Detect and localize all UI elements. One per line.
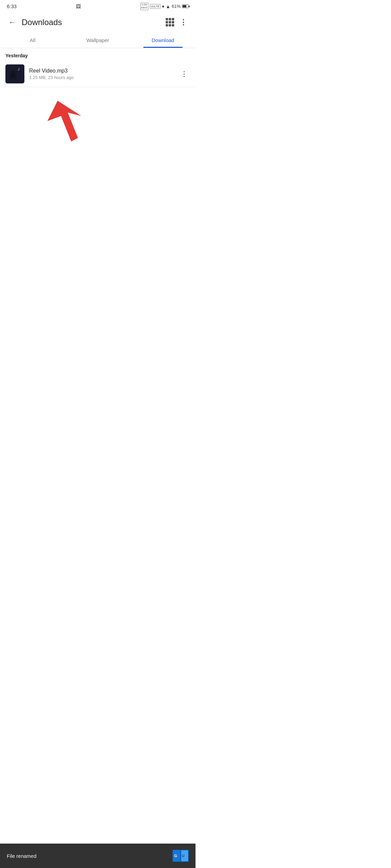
file-name: Reel Video.mp3 <box>29 68 178 74</box>
section-label-yesterday: Yesterday <box>0 48 196 61</box>
wifi-icon: ▾ <box>162 4 164 9</box>
file-item[interactable]: ♪ Reel Video.mp3 1.25 MB, 23 hours ago ⋮ <box>0 61 196 87</box>
file-thumbnail: ♪ <box>5 64 24 83</box>
svg-marker-4 <box>47 101 81 141</box>
signal-icon: ▲ <box>166 4 170 9</box>
image-notification-icon: 🖼 <box>76 4 81 9</box>
status-time: 6:33 <box>7 3 17 9</box>
back-button[interactable]: ← <box>5 16 19 29</box>
svg-rect-2 <box>11 71 15 78</box>
tab-all[interactable]: All <box>0 33 65 48</box>
battery-percent: 61% <box>172 4 181 9</box>
file-info: Reel Video.mp3 1.25 MB, 23 hours ago <box>29 68 178 80</box>
empty-content-area <box>0 148 196 352</box>
app-bar: ← Downloads ⋮ <box>0 12 196 33</box>
status-icons: 0.08 KB/S VoLTE ▾ ▲ 61% <box>140 3 189 10</box>
status-bar: 6:33 🖼 0.08 KB/S VoLTE ▾ ▲ 61% <box>0 0 196 12</box>
vertical-dots-icon: ⋮ <box>181 71 187 77</box>
battery-icon <box>182 4 189 8</box>
more-dots-icon: ⋮ <box>180 19 187 26</box>
tabs-bar: All Wallpaper Download <box>0 33 196 48</box>
tab-download[interactable]: Download <box>130 33 196 48</box>
back-arrow-icon: ← <box>8 18 16 27</box>
network-speed: 0.08 KB/S <box>140 3 148 10</box>
tab-wallpaper[interactable]: Wallpaper <box>65 33 130 48</box>
svg-text:♪: ♪ <box>18 66 20 72</box>
file-meta: 1.25 MB, 23 hours ago <box>29 75 178 80</box>
file-thumb-image: ♪ <box>5 64 24 83</box>
app-title: Downloads <box>22 18 163 27</box>
volte-icon: VoLTE <box>150 4 161 9</box>
more-options-button[interactable]: ⋮ <box>177 16 190 29</box>
red-arrow-icon <box>44 94 112 150</box>
thumb-svg: ♪ <box>5 64 24 83</box>
annotation-arrow <box>0 87 196 148</box>
file-more-options-button[interactable]: ⋮ <box>178 68 190 80</box>
grid-icon <box>166 18 174 26</box>
grid-view-button[interactable] <box>163 16 177 29</box>
